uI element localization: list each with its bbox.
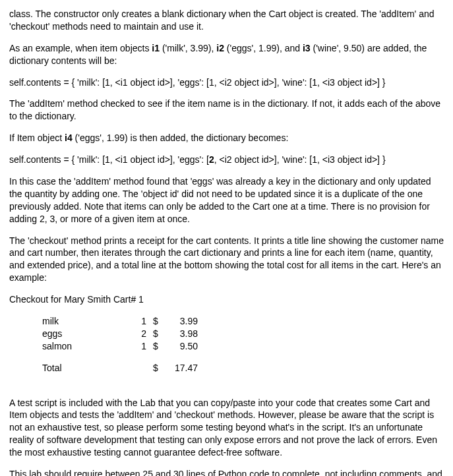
receipt-item-name: eggs [42, 328, 128, 340]
receipt-amount: 9.50 [165, 340, 198, 353]
paragraph-eggs-update: In this case the 'addItem' method found … [9, 175, 444, 225]
text: ('eggs', 1.99), and [224, 43, 303, 53]
receipt-row: salmon 1 $ 9.50 [42, 340, 444, 353]
receipt-total-amount: 17.47 [165, 362, 198, 374]
text: ('milk', 3.99), [160, 43, 216, 53]
text: ('eggs', 1.99) is then added, the dictio… [73, 133, 289, 143]
text: As an example, when item objects [9, 43, 152, 53]
paragraph-line-count: This lab should require between 25 and 3… [9, 468, 444, 476]
receipt-amount: 3.98 [165, 328, 198, 340]
receipt-currency: $ [146, 328, 165, 340]
text: , <i2 object id>], 'wine': [1, <i3 objec… [214, 154, 386, 165]
bold-i1: i1 [152, 43, 160, 53]
receipt-qty: 2 [128, 328, 146, 340]
bold-i3: i3 [303, 43, 311, 53]
receipt-qty: 1 [128, 340, 146, 353]
receipt-currency: $ [146, 315, 165, 328]
receipt-total-label: Total [42, 362, 128, 374]
receipt-amount: 3.99 [165, 315, 198, 328]
bold-i4: i4 [65, 133, 73, 143]
paragraph-example-items: As an example, when item objects i1 ('mi… [9, 42, 444, 67]
paragraph-test-script: A test script is included with the Lab t… [9, 397, 444, 459]
receipt-row: eggs 2 $ 3.98 [42, 328, 444, 340]
paragraph-additem-check: The 'addItem' method checked to see if t… [9, 98, 444, 123]
receipt-row: milk 1 $ 3.99 [42, 315, 444, 328]
text: If Item object [9, 133, 65, 143]
receipt-currency: $ [146, 340, 165, 353]
paragraph-add-i4: If Item object i4 ('eggs', 1.99) is then… [9, 132, 444, 144]
receipt-currency: $ [146, 362, 165, 374]
receipt-total-row: Total $ 17.47 [42, 362, 444, 374]
paragraph-checkout-desc: The 'checkout' method prints a receipt f… [9, 235, 444, 285]
bold-i2: i2 [216, 43, 224, 53]
text: self.contents = { 'milk': [1, <i1 object… [9, 154, 209, 165]
code-contents-2: self.contents = { 'milk': [1, <i1 object… [9, 154, 444, 166]
code-contents-1: self.contents = { 'milk': [1, <i1 object… [9, 76, 444, 89]
paragraph-constructor-intro: class. The constructor only creates a bl… [9, 8, 444, 33]
receipt-item-name: salmon [42, 340, 128, 353]
receipt-item-name: milk [42, 315, 128, 328]
bold-qty-2: 2 [209, 154, 214, 165]
receipt-title: Checkout for Mary Smith Cart# 1 [9, 293, 444, 306]
receipt-total-qty [128, 362, 146, 374]
receipt-table: milk 1 $ 3.99 eggs 2 $ 3.98 salmon 1 $ 9… [9, 315, 444, 374]
receipt-qty: 1 [128, 315, 146, 328]
